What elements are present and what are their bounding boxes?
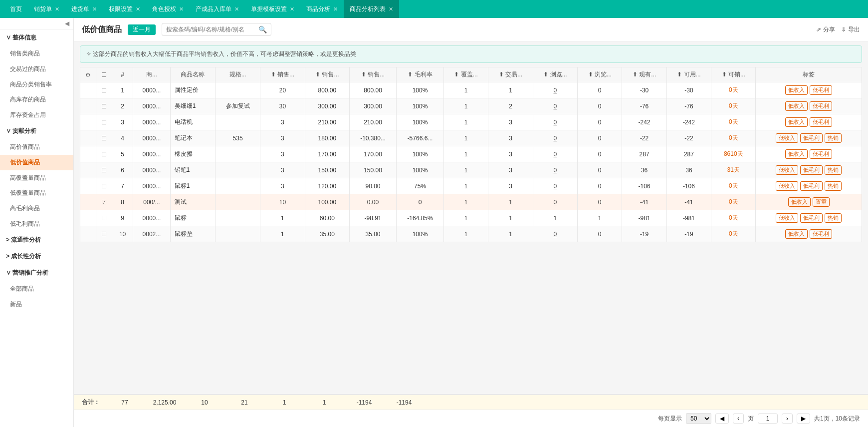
table-row: ☐ 1 0000... 属性定价 20 800.00 800.00 100% 1… [80,82,862,98]
close-icon[interactable]: ✕ [234,6,239,12]
checkbox-cell[interactable]: ☐ [96,146,112,162]
close-icon[interactable]: ✕ [290,6,294,12]
footer-s1: 77 [110,399,140,406]
browse-link[interactable]: 0 [554,103,557,110]
last-page-button[interactable]: ▶ [797,414,810,424]
sidebar-item-high-value[interactable]: 高价值商品 [0,139,73,155]
nav-home[interactable]: 首页 [4,0,28,18]
browse1-cell[interactable]: 0 [533,178,577,194]
sidebar-item-high-inventory[interactable]: 高库存的商品 [0,92,73,107]
sidebar-group-overview[interactable]: ∨ 整体信息 [0,29,73,46]
prev-page-button[interactable]: ‹ [733,414,744,424]
checkbox-cell[interactable]: ☑ [96,194,112,210]
sales3-col-header[interactable]: ⬆ 销售... [349,67,396,82]
page-size-select[interactable]: 50 100 200 [686,413,711,424]
spec-cell [216,226,260,242]
nav-sales-order[interactable]: 销货单 ✕ [28,0,65,18]
export-button[interactable]: ⇓ 导出 [841,25,860,34]
nav-permissions[interactable]: 权限设置 ✕ [103,0,146,18]
browse1-cell[interactable]: 0 [533,146,577,162]
browse-link[interactable]: 0 [554,167,557,174]
browse-link[interactable]: 0 [554,151,557,158]
checkbox-col-header[interactable]: ☐ [96,67,112,82]
next-page-button[interactable]: › [782,414,793,424]
page-number-input[interactable] [758,414,778,424]
sidebar-item-low-profit[interactable]: 低毛利商品 [0,216,73,232]
browse1-cell[interactable]: 0 [533,114,577,130]
close-icon[interactable]: ✕ [179,6,184,12]
trade-col-header[interactable]: ⬆ 交易... [488,67,533,82]
sidebar-item-low-value[interactable]: 低价值商品 [0,155,73,170]
nav-product-entry[interactable]: 产成品入库单 ✕ [190,0,245,18]
nav-role-auth[interactable]: 角色授权 ✕ [146,0,190,18]
browse1-cell[interactable]: 0 [533,194,577,210]
sellable-cell: 0天 [711,82,756,98]
rate-cell: 100% [397,114,444,130]
sidebar-item-traded-products[interactable]: 交易过的商品 [0,61,73,77]
close-icon[interactable]: ✕ [333,6,338,12]
sidebar-item-high-coverage[interactable]: 高覆盖量商品 [0,170,73,186]
first-page-button[interactable]: ◀ [715,414,729,424]
close-icon[interactable]: ✕ [136,6,140,12]
nav-product-analysis-list[interactable]: 商品分析列表 ✕ [344,0,399,18]
browse-link[interactable]: 0 [554,87,557,94]
checkbox-cell[interactable]: ☐ [96,130,112,146]
sidebar-item-new-products[interactable]: 新品 [0,297,73,312]
nav-product-analysis[interactable]: 商品分析 ✕ [300,0,344,18]
browse1-cell[interactable]: 0 [533,98,577,114]
checkbox-cell[interactable]: ☐ [96,82,112,98]
close-icon[interactable]: ✕ [55,6,59,12]
browse-link[interactable]: 0 [554,231,557,238]
browse1-cell[interactable]: 0 [533,130,577,146]
sidebar-group-contribution[interactable]: ∨ 贡献分析 [0,123,73,139]
checkbox-cell[interactable]: ☐ [96,98,112,114]
close-icon[interactable]: ✕ [92,6,97,12]
browse1-cell[interactable]: 0 [533,162,577,178]
footer-s2: 2,125.00 [150,399,180,406]
checkbox-cell[interactable]: ☐ [96,210,112,226]
checkbox-cell[interactable]: ☐ [96,226,112,242]
browse1-cell[interactable]: 0 [533,226,577,242]
current-col-header[interactable]: ⬆ 现有... [622,67,666,82]
browse-link[interactable]: 0 [554,183,557,190]
nav-template-settings[interactable]: 单据模板设置 ✕ [245,0,300,18]
browse-link[interactable]: 1 [554,215,557,222]
sidebar-collapse-button[interactable]: ◀ [65,20,69,27]
browse-link[interactable]: 0 [554,199,557,206]
sidebar-item-low-coverage[interactable]: 低覆盖量商品 [0,185,73,201]
settings-col-header[interactable]: ⚙ [80,67,96,82]
browse1-col-header[interactable]: ⬆ 浏览... [533,67,577,82]
nav-purchase-order[interactable]: 进货单 ✕ [65,0,103,18]
browse1-cell[interactable]: 0 [533,82,577,98]
sidebar-item-sales-products[interactable]: 销售类商品 [0,46,73,61]
code-col-header[interactable]: 商... [133,67,171,82]
spec-col-header[interactable]: 规格... [216,67,260,82]
sidebar-item-category-sales-rate[interactable]: 商品分类销售率 [0,77,73,92]
search-input[interactable] [166,26,255,33]
sidebar-group-marketing[interactable]: ∨ 营销推广分析 [0,265,73,281]
sales2-col-header[interactable]: ⬆ 销售... [305,67,349,82]
sellable-col-header[interactable]: ⬆ 可销... [711,67,756,82]
coverage-col-header[interactable]: ⬆ 覆盖... [443,67,488,82]
checkbox-cell[interactable]: ☐ [96,114,112,130]
browse-link[interactable]: 0 [554,119,557,126]
search-icon[interactable]: 🔍 [258,25,267,33]
gross-rate-col-header[interactable]: ⬆ 毛利率 [397,67,444,82]
sidebar-item-high-profit[interactable]: 高毛利商品 [0,201,73,216]
period-button[interactable]: 近一月 [128,24,156,35]
sales1-col-header[interactable]: ⬆ 销售... [260,67,305,82]
sidebar-item-all-products[interactable]: 全部商品 [0,281,73,297]
sidebar-item-inventory-capital[interactable]: 库存资金占用 [0,107,73,123]
sidebar-group-circulation[interactable]: > 流通性分析 [0,232,73,248]
browse-link[interactable]: 0 [554,135,557,142]
sales2-cell: 210.00 [305,114,349,130]
close-icon[interactable]: ✕ [389,6,393,12]
checkbox-cell[interactable]: ☐ [96,178,112,194]
checkbox-cell[interactable]: ☐ [96,162,112,178]
browse2-col-header[interactable]: ⬆ 浏览... [578,67,622,82]
name-col-header[interactable]: 商品名称 [170,67,215,82]
sidebar-group-growth[interactable]: > 成长性分析 [0,248,73,265]
share-button[interactable]: ⇗ 分享 [816,25,835,34]
available-col-header[interactable]: ⬆ 可用... [666,67,711,82]
browse1-cell[interactable]: 1 [533,210,577,226]
